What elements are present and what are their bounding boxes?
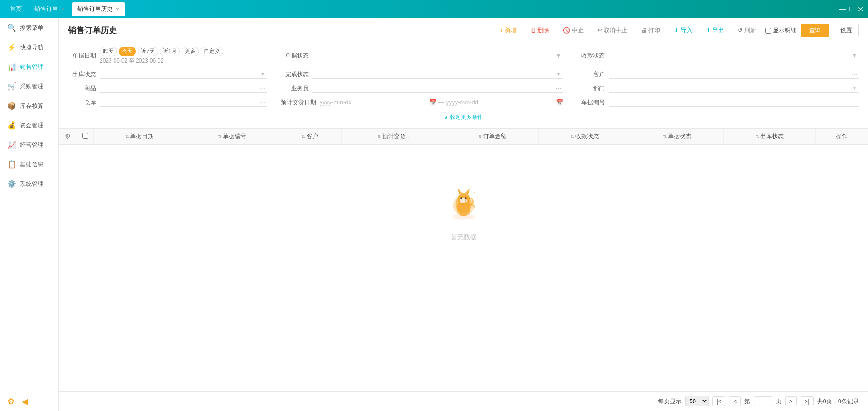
sidebar-item-sales[interactable]: 📊 销售管理 <box>0 57 58 77</box>
display-detail-checkbox[interactable] <box>765 28 771 34</box>
close-window-icon[interactable]: ✕ <box>858 5 863 14</box>
order-no-input[interactable] <box>610 99 858 106</box>
warehouse-input[interactable] <box>101 99 258 106</box>
th-order-status[interactable]: 单据状态 <box>631 129 724 145</box>
operations-icon: 📈 <box>7 140 16 149</box>
empty-text: 暂无数据 <box>451 233 476 242</box>
delivery-date-end[interactable] <box>446 99 554 106</box>
tab-sales-order-history-close[interactable]: ✕ <box>115 6 120 12</box>
th-action: 操作 <box>816 129 868 145</box>
tab-sales-order-close[interactable]: ✕ <box>61 6 65 12</box>
warehouse-wrap: ··· <box>100 97 267 107</box>
sidebar-collapse-icon[interactable]: ◀ <box>22 396 28 406</box>
tab-home[interactable]: 首页 <box>5 2 27 16</box>
customer-input[interactable] <box>610 71 850 77</box>
calendar-end-icon[interactable]: 📅 <box>556 99 563 106</box>
new-button[interactable]: + 新增 <box>495 24 521 37</box>
goods-wrap: ··· <box>100 83 267 93</box>
goods-label: 商品 <box>68 84 100 92</box>
tab-sales-order-history[interactable]: 销售订单历史 ✕ <box>72 2 125 16</box>
gear-settings-icon[interactable]: ⚙ <box>65 132 71 140</box>
order-status-chevron-icon[interactable]: ▼ <box>556 53 561 59</box>
complete-status-input[interactable] <box>314 71 554 77</box>
display-detail-toggle[interactable]: 显示明细 <box>765 26 796 34</box>
date-7days[interactable]: 近7天 <box>138 47 158 56</box>
collapse-row[interactable]: ∧ 收起更多条件 <box>68 111 859 123</box>
maximize-icon[interactable]: □ <box>849 5 854 13</box>
delivery-date-start[interactable] <box>320 99 427 106</box>
sidebar-item-inventory[interactable]: 📦 库存核算 <box>0 96 58 116</box>
import-button[interactable]: ⬇ 导入 <box>669 24 697 37</box>
date-1month[interactable]: 近1月 <box>160 47 180 56</box>
th-order-no[interactable]: 单据编号 <box>186 129 278 145</box>
goods-dots-icon[interactable]: ··· <box>260 84 265 92</box>
sidebar-settings-icon[interactable]: ⚙ <box>7 396 14 406</box>
cancel-stop-button[interactable]: ↩ 取消中止 <box>593 24 632 37</box>
date-more[interactable]: 更多 <box>182 47 199 56</box>
th-customer[interactable]: 客户 <box>278 129 342 145</box>
sidebar-item-quick-nav[interactable]: ⚡ 快捷导航 <box>0 38 58 57</box>
svg-text:✦: ✦ <box>473 190 476 195</box>
th-delivery-status[interactable]: 出库状态 <box>724 129 816 145</box>
date-today[interactable]: 今天 <box>119 47 136 56</box>
page-label: 页 <box>776 397 782 406</box>
page-size-select[interactable]: 20 50 100 <box>685 396 709 406</box>
export-button[interactable]: ⬆ 导出 <box>701 24 729 37</box>
print-button[interactable]: 🖨 打印 <box>637 24 665 37</box>
department-input[interactable] <box>610 85 850 92</box>
calendar-start-icon[interactable]: 📅 <box>429 99 436 106</box>
payment-status-chevron-icon[interactable]: ▼ <box>852 53 857 59</box>
first-page-btn[interactable]: |< <box>712 396 725 406</box>
salesman-input[interactable] <box>314 85 554 92</box>
prev-page-btn[interactable]: < <box>729 396 741 406</box>
complete-status-chevron-icon[interactable]: ▼ <box>556 71 561 77</box>
sidebar-item-finance[interactable]: 💰 资金管理 <box>0 116 58 135</box>
salesman-dots-icon[interactable]: ··· <box>556 84 561 92</box>
department-label: 部门 <box>577 84 609 92</box>
minimize-icon[interactable]: — <box>839 5 846 13</box>
department-chevron-icon[interactable]: ▼ <box>852 85 857 91</box>
delivery-status-chevron-icon[interactable]: ▼ <box>260 71 265 77</box>
refresh-button[interactable]: ↺ 刷新 <box>733 24 761 37</box>
department-wrap: ▼ <box>609 84 859 93</box>
sidebar-item-base[interactable]: 📋 基础信息 <box>0 155 58 174</box>
date-custom[interactable]: 自定义 <box>201 47 223 56</box>
next-page-btn[interactable]: > <box>785 396 797 406</box>
filter-customer-field: 客户 ··· <box>563 69 859 79</box>
page-title: 销售订单历史 <box>68 25 117 36</box>
th-amount[interactable]: 订单金额 <box>446 129 539 145</box>
th-gear[interactable]: ⚙ <box>59 129 77 145</box>
system-icon: ⚙️ <box>7 179 16 188</box>
customer-dots-icon[interactable]: ··· <box>852 70 857 77</box>
table-area: ⚙ 单据日期 单据编号 客户 预计交货... 订单金额 收款状态 单据状态 出库… <box>59 129 868 391</box>
date-label: 单据日期 <box>68 52 100 60</box>
last-page-btn[interactable]: >| <box>801 396 814 406</box>
table-header-row: ⚙ 单据日期 单据编号 客户 预计交货... 订单金额 收款状态 单据状态 出库… <box>59 129 868 145</box>
order-status-input[interactable] <box>314 52 554 59</box>
delivery-status-input[interactable] <box>101 71 258 77</box>
th-payment-status[interactable]: 收款状态 <box>539 129 631 145</box>
sidebar-item-purchase[interactable]: 🛒 采购管理 <box>0 77 58 96</box>
warehouse-dots-icon[interactable]: ··· <box>260 98 265 106</box>
query-button[interactable]: 查询 <box>801 24 829 37</box>
setting-button[interactable]: 设置 <box>834 24 859 37</box>
sidebar-item-system[interactable]: ⚙️ 系统管理 <box>0 174 58 193</box>
select-all-checkbox[interactable] <box>82 133 88 139</box>
inventory-icon: 📦 <box>7 102 16 110</box>
order-no-label: 单据编号 <box>577 98 609 106</box>
date-yesterday[interactable]: 昨天 <box>100 47 117 56</box>
page-num-input[interactable]: 1 <box>754 396 772 406</box>
payment-status-input[interactable] <box>610 52 850 59</box>
data-table: ⚙ 单据日期 单据编号 客户 预计交货... 订单金额 收款状态 单据状态 出库… <box>59 129 868 145</box>
sidebar-item-search-menu[interactable]: 🔍 搜索菜单 <box>0 18 58 38</box>
stop-button[interactable]: 🚫 中止 <box>558 24 588 37</box>
sidebar-item-operations[interactable]: 📈 经营管理 <box>0 135 58 155</box>
tab-sales-order[interactable]: 销售订单 ✕ <box>29 2 70 16</box>
sidebar-item-finance-label: 资金管理 <box>20 121 43 130</box>
th-date[interactable]: 单据日期 <box>93 129 186 145</box>
goods-input[interactable] <box>101 85 258 92</box>
th-delivery-date[interactable]: 预计交货... <box>342 129 446 145</box>
th-checkbox[interactable] <box>77 129 93 145</box>
delete-button[interactable]: 🗑 删除 <box>526 24 554 37</box>
date-range-text: 2023-06-02 至 2023-06-02 <box>100 57 267 65</box>
